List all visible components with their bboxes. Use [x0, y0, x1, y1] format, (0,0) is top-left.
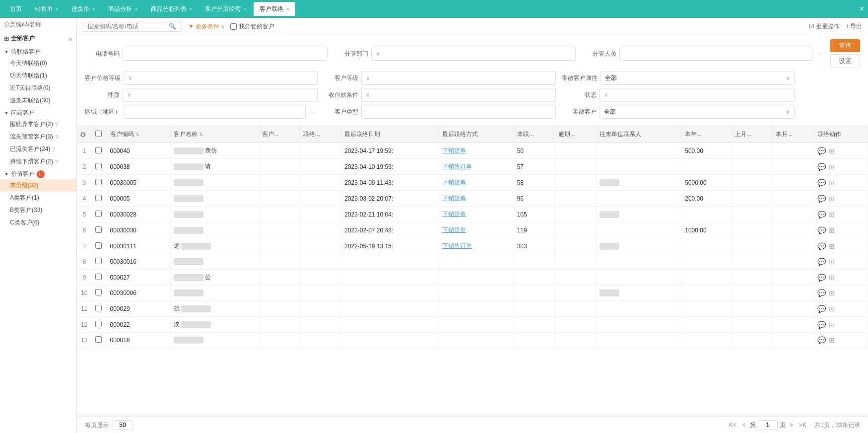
row-checkbox[interactable]	[95, 242, 102, 249]
chat-action-icon[interactable]: 💬	[817, 274, 826, 282]
filter-phone-input[interactable]	[123, 47, 328, 61]
sidebar-group-value[interactable]: ▼ 价值客户 F	[0, 168, 76, 179]
tab-sales-close[interactable]: ×	[56, 6, 59, 12]
sidebar-item-typeB[interactable]: B类客户(33)	[0, 204, 76, 216]
tab-customer-contact-close[interactable]: ×	[286, 6, 289, 12]
per-page-input[interactable]	[113, 420, 133, 430]
sidebar-item-typeC[interactable]: C类客户(6)	[0, 216, 76, 229]
row-checkbox[interactable]	[95, 211, 102, 217]
filter-nature-select[interactable]: ∨	[123, 88, 318, 102]
row-check[interactable]	[92, 159, 107, 175]
row-last-method[interactable]	[439, 270, 514, 286]
row-checkbox[interactable]	[95, 321, 102, 327]
row-last-method[interactable]: 下销货单	[439, 143, 514, 159]
last-method-link[interactable]: 下销货单	[442, 195, 466, 202]
last-method-link[interactable]: 下销货单	[442, 211, 466, 217]
tab-customer-segment-close[interactable]: ×	[244, 6, 247, 12]
filter-dept-select[interactable]: ∨	[371, 47, 576, 61]
filter-status-select[interactable]: ∨	[600, 88, 795, 102]
grid-action-icon[interactable]: ⊞	[829, 305, 835, 313]
row-checkbox[interactable]	[95, 179, 102, 185]
col-gear[interactable]: ⚙	[77, 126, 92, 143]
row-last-method[interactable]	[439, 301, 514, 317]
next-page-btn[interactable]: >	[788, 421, 795, 430]
row-checkbox[interactable]	[95, 336, 102, 343]
row-last-method[interactable]: 下销货单	[439, 175, 514, 191]
grid-action-icon[interactable]: ⊞	[829, 242, 835, 250]
row-check[interactable]	[92, 191, 107, 207]
more-conditions-btn[interactable]: ▼ 更多条件 ∧	[188, 22, 224, 31]
chat-action-icon[interactable]: 💬	[817, 321, 826, 329]
row-check[interactable]	[92, 222, 107, 238]
row-checkbox[interactable]	[95, 305, 102, 311]
row-check[interactable]	[92, 270, 107, 286]
grid-action-icon[interactable]: ⊞	[829, 163, 835, 171]
row-last-method[interactable]: 下销货单	[439, 222, 514, 238]
row-check[interactable]	[92, 333, 107, 348]
grid-action-icon[interactable]: ⊞	[829, 147, 835, 155]
tab-customer-contact[interactable]: 客户联络 ×	[254, 2, 295, 16]
row-checkbox[interactable]	[95, 163, 102, 169]
sidebar-group-problem[interactable]: ▼ 问题客户	[0, 107, 76, 118]
sidebar-item-week[interactable]: 近7天待联络(0)	[0, 82, 76, 94]
last-method-link[interactable]: 下销货单	[442, 226, 466, 233]
search-icon[interactable]: 🔍	[169, 23, 176, 30]
filter-person-input[interactable]	[619, 47, 812, 61]
export-btn[interactable]: ↑ 导出	[846, 22, 862, 31]
filter-person-dots[interactable]: ···	[815, 50, 824, 57]
row-last-method[interactable]	[439, 317, 514, 333]
collapse-icon[interactable]: «	[68, 35, 72, 43]
chat-action-icon[interactable]: 💬	[817, 305, 826, 313]
row-last-method[interactable]	[439, 286, 514, 301]
sidebar-item-typeA[interactable]: A类客户(1)	[0, 192, 76, 204]
sidebar-group-pending[interactable]: ▼ 待联络客户	[0, 46, 76, 57]
sidebar-item-churned[interactable]: 已流失客户(24) ?	[0, 143, 76, 155]
tab-customer-segment[interactable]: 客户分层经营 ×	[199, 2, 253, 16]
row-check[interactable]	[92, 238, 107, 254]
filter-attr-select[interactable]: 全部 ∨	[601, 71, 795, 85]
filter-cust-type-input[interactable]	[361, 105, 556, 119]
sidebar-item-tomorrow[interactable]: 明天待联络(1)	[0, 70, 76, 82]
gear-settings-icon[interactable]: ⚙	[80, 131, 86, 139]
row-check[interactable]	[92, 143, 107, 159]
filter-region-input[interactable]	[124, 105, 306, 119]
tab-analysis-close[interactable]: ×	[135, 6, 138, 12]
sidebar-item-churn-warning[interactable]: 流失预警客户(3) ?	[0, 131, 76, 143]
sidebar-item-hoarding[interactable]: 囤购异常客户(2) ?	[0, 118, 76, 131]
chat-action-icon[interactable]: 💬	[817, 163, 826, 171]
row-checkbox[interactable]	[95, 289, 102, 295]
last-method-link[interactable]: 下销售订单	[442, 163, 472, 170]
grid-action-icon[interactable]: ⊞	[829, 336, 835, 344]
sidebar-item-declining[interactable]: 持续下滑客户(2) ?	[0, 155, 76, 168]
tab-purchase-close[interactable]: ×	[92, 6, 95, 12]
filter-price-level-select[interactable]: ∨	[124, 71, 318, 85]
sidebar-item-today[interactable]: 今天待联络(0)	[0, 57, 76, 70]
row-checkbox[interactable]	[95, 226, 102, 233]
last-page-btn[interactable]: >K	[797, 421, 808, 430]
row-check[interactable]	[92, 254, 107, 270]
chat-action-icon[interactable]: 💬	[817, 195, 826, 203]
search-input[interactable]	[87, 23, 167, 30]
tab-sales[interactable]: 销售单 ×	[29, 2, 65, 16]
row-last-method[interactable]	[439, 333, 514, 348]
row-last-method[interactable]: 下销货单	[439, 191, 514, 207]
search-button[interactable]: 查询	[830, 39, 860, 52]
row-check[interactable]	[92, 301, 107, 317]
row-check[interactable]	[92, 317, 107, 333]
filter-payment-select[interactable]: ∨	[361, 88, 556, 102]
row-last-method[interactable]: 下销售订单	[439, 159, 514, 175]
chat-action-icon[interactable]: 💬	[817, 179, 826, 187]
row-checkbox[interactable]	[95, 258, 102, 264]
chat-action-icon[interactable]: 💬	[817, 226, 826, 234]
grid-action-icon[interactable]: ⊞	[829, 321, 835, 329]
tab-home[interactable]: 首页	[4, 2, 28, 16]
row-check[interactable]	[92, 175, 107, 191]
my-customers-checkbox[interactable]: 我分管的客户	[230, 22, 274, 31]
row-last-method[interactable]: 下销货单	[439, 207, 514, 222]
row-checkbox[interactable]	[95, 274, 102, 280]
last-method-link[interactable]: 下销货单	[442, 147, 466, 154]
chat-action-icon[interactable]: 💬	[817, 336, 826, 344]
row-checkbox[interactable]	[95, 147, 102, 153]
row-last-method[interactable]	[439, 254, 514, 270]
sidebar-item-ungroup[interactable]: 未分组(32)	[0, 179, 76, 192]
